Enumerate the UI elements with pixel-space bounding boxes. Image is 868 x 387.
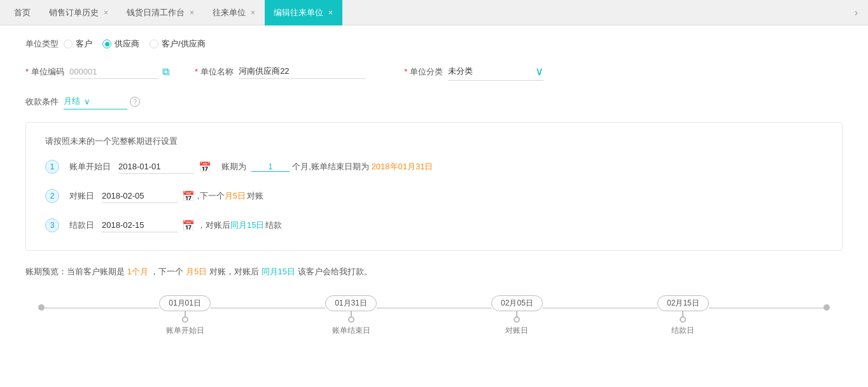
unit-cat-select-wrap[interactable]: 未分类 ∨	[448, 62, 543, 81]
timeline-node-4: 02月15日 结款日	[657, 295, 709, 336]
tl-dot-4	[680, 316, 686, 323]
tl-stem-3	[516, 311, 517, 316]
step-1-suffix-after: 个月,账单结束日期为	[292, 161, 369, 172]
close-icon[interactable]: ×	[328, 8, 333, 17]
timeline-node-2: 01月31日 账单结束日	[325, 295, 377, 336]
payment-condition-row: 收款条件 月结 ∨ ?	[25, 94, 843, 109]
radio-customer[interactable]: 客户	[64, 38, 92, 50]
close-icon[interactable]: ×	[251, 8, 255, 17]
tab-home-label: 首页	[14, 7, 31, 18]
preview-mid1: ，下一个	[150, 267, 183, 276]
timeline: 01月01日 账单开始日 01月31日 账单结束日 02月05日 对账日 02月…	[25, 295, 843, 336]
step-3-label: 结款日	[69, 220, 94, 231]
section-instruction: 请按照未来的一个完整帐期进行设置	[45, 136, 823, 147]
unit-info-row: * 单位编码 ⧉ * 单位名称 * 单位分类 未分类 ∨	[25, 62, 843, 81]
unit-cat-value: 未分类	[448, 66, 473, 77]
unit-name-input[interactable]	[239, 65, 366, 79]
step-1-highlight-date: 2018年01月31日	[372, 161, 433, 172]
unit-type-label: 单位类型	[25, 38, 59, 50]
tab-home[interactable]: 首页	[5, 0, 40, 25]
timeline-line-1	[45, 307, 159, 309]
close-icon[interactable]: ×	[190, 8, 194, 17]
unit-code-field-wrap: ⧉	[69, 65, 169, 79]
radio-both[interactable]: 客户/供应商	[150, 38, 206, 50]
step-1-num: 1	[45, 160, 59, 174]
step-3-desc-suffix: 结款	[265, 220, 282, 231]
step-1-date-wrap: 📅	[118, 160, 211, 174]
close-icon[interactable]: ×	[104, 8, 108, 17]
main-content: 单位类型 客户 供应商 客户/供应商 * 单位编码 ⧉ * 单位名称 *	[0, 25, 868, 387]
timeline-node-3: 02月05日 对账日	[491, 295, 543, 336]
tl-pill-3: 02月05日	[491, 295, 543, 311]
step-3-num: 3	[45, 218, 59, 232]
step-2-label: 对账日	[69, 190, 94, 202]
preview-highlight2: 月5日	[186, 267, 207, 276]
tl-pill-1: 01月01日	[159, 295, 211, 311]
radio-supplier-label: 供应商	[115, 38, 139, 50]
radio-supplier-circle[interactable]	[102, 39, 111, 48]
tl-pill-2: 01月31日	[325, 295, 377, 311]
step-3-date-input[interactable]	[102, 218, 178, 232]
timeline-line-5	[709, 307, 823, 309]
step-1-suffix-before: 账期为	[221, 161, 246, 172]
unit-code-copy-icon[interactable]: ⧉	[162, 66, 169, 78]
step-1-row: 1 账单开始日 📅 账期为 个月,账单结束日期为 2018年01月31日	[45, 160, 823, 174]
step-2-highlight-day: 月5日	[225, 190, 246, 202]
unit-type-row: 单位类型 客户 供应商 客户/供应商	[25, 38, 843, 50]
tab-sales-label: 销售订单历史	[49, 7, 99, 18]
preview-highlight3: 同月15日	[262, 267, 295, 276]
step-1-period-input[interactable]	[251, 162, 290, 172]
chevron-down-icon: ∨	[535, 64, 543, 78]
unit-name-label: 单位名称	[200, 66, 234, 78]
step-3-row: 3 结款日 📅 ，对账后 同月15日 结款	[45, 218, 823, 232]
help-icon[interactable]: ?	[130, 97, 140, 107]
tab-cash-work[interactable]: 钱货日清工作台 ×	[118, 0, 204, 25]
timeline-end-dot	[823, 304, 830, 311]
tl-label-4: 结款日	[671, 325, 694, 336]
radio-customer-circle[interactable]	[64, 39, 73, 48]
tl-pill-4: 02月15日	[657, 295, 709, 311]
timeline-start-dot	[38, 304, 45, 311]
tl-stem-4	[682, 311, 683, 316]
step-2-date-wrap: 📅	[102, 189, 195, 203]
step-1-date-input[interactable]	[118, 160, 195, 174]
tl-label-3: 对账日	[505, 325, 528, 336]
timeline-line-4	[543, 307, 657, 309]
tl-dot-1	[182, 316, 188, 323]
unit-code-input[interactable]	[69, 65, 158, 79]
required-star-code: *	[25, 67, 29, 76]
tl-dot-3	[514, 316, 520, 323]
radio-supplier[interactable]: 供应商	[102, 38, 139, 50]
payment-condition-select[interactable]: 月结 ∨	[64, 94, 127, 109]
timeline-line-2	[211, 307, 325, 309]
calendar-icon[interactable]: 📅	[199, 161, 211, 173]
payment-chevron-icon: ∨	[84, 97, 90, 106]
tab-partner-label: 往来单位	[213, 7, 246, 18]
tl-dot-2	[348, 316, 354, 323]
radio-both-circle[interactable]	[150, 39, 158, 48]
step-2-date-input[interactable]	[102, 189, 178, 203]
radio-group-unit-type: 客户 供应商 客户/供应商	[64, 38, 206, 50]
required-star-cat: *	[404, 67, 407, 76]
timeline-line-3	[377, 307, 491, 309]
tab-partner[interactable]: 往来单位 ×	[204, 0, 265, 25]
tab-sales-history[interactable]: 销售订单历史 ×	[40, 0, 118, 25]
payment-condition-label: 收款条件	[25, 96, 59, 108]
tab-edit-partner[interactable]: 编辑往来单位 ×	[265, 0, 342, 25]
required-star-name: *	[195, 67, 198, 76]
payment-condition-value: 月结	[64, 95, 80, 107]
tabs-more-button[interactable]: ›	[850, 7, 863, 18]
calendar-icon[interactable]: 📅	[182, 190, 195, 202]
timeline-node-1: 01月01日 账单开始日	[159, 295, 211, 336]
tab-edit-label: 编辑往来单位	[274, 7, 323, 18]
step-2-num: 2	[45, 189, 59, 203]
step-2-desc-prefix: ,下一个	[197, 190, 225, 202]
calendar-icon[interactable]: 📅	[182, 220, 195, 232]
step-2-desc-suffix: 对账	[247, 190, 263, 202]
preview-prefix: 账期预览：当前客户账期是	[25, 267, 125, 276]
step-3-date-wrap: 📅	[102, 218, 195, 232]
preview-section: 账期预览：当前客户账期是 1个月 ，下一个 月5日 对账，对账后 同月15日 该…	[25, 264, 843, 280]
preview-suffix: 该客户会给我打款。	[298, 267, 372, 276]
tabs-bar: 首页 销售订单历史 × 钱货日清工作台 × 往来单位 × 编辑往来单位 × ›	[0, 0, 868, 25]
unit-code-label: 单位编码	[31, 66, 64, 78]
